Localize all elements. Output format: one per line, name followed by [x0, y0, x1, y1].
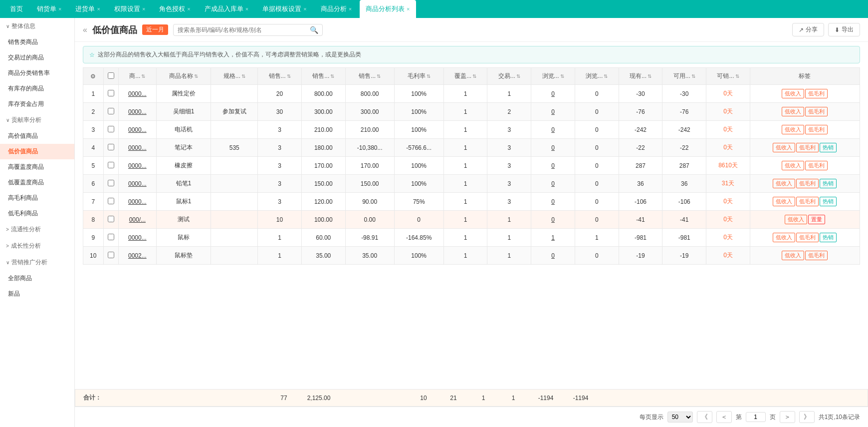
row-checkbox[interactable] [108, 252, 114, 258]
sidebar-item-high-profit[interactable]: 高毛利商品 [0, 190, 74, 206]
nav-sales[interactable]: 销货单 × [31, 0, 67, 18]
nav-template[interactable]: 单据模板设置 × [256, 0, 312, 18]
next-page-btn[interactable]: ＞ [780, 411, 795, 423]
browse1-link[interactable]: 0 [551, 144, 555, 151]
share-button[interactable]: ↗ 分享 [792, 23, 824, 36]
product-id-link[interactable]: 0002... [128, 252, 147, 259]
page-number-input[interactable] [746, 412, 766, 422]
col-gear[interactable]: ⚙ [83, 68, 104, 85]
browse1-link[interactable]: 0 [551, 252, 555, 259]
row-checkbox[interactable] [108, 162, 114, 168]
col-saleable[interactable]: 可销...⇅ [706, 68, 750, 85]
nav-close-template[interactable]: × [303, 6, 306, 12]
nav-close-analysis[interactable]: × [349, 6, 352, 12]
col-sales2[interactable]: 销售...⇅ [301, 68, 345, 85]
sidebar-item-category-rate[interactable]: 商品分类销售率 [0, 65, 74, 81]
product-id-link[interactable]: 0000... [128, 144, 147, 151]
nav-close-role[interactable]: × [187, 6, 190, 12]
product-id-link[interactable]: 0000... [128, 162, 147, 169]
browse1-link[interactable]: 0 [551, 180, 555, 187]
row-checkbox[interactable] [108, 216, 114, 222]
sidebar-item-sales-products[interactable]: 销售类商品 [0, 34, 74, 50]
product-id-link[interactable]: 0000... [128, 126, 147, 133]
first-page-btn[interactable]: 《 [697, 411, 712, 423]
nav-home[interactable]: 首页 [4, 0, 29, 18]
table-cell [211, 229, 258, 247]
row-checkbox[interactable] [108, 180, 114, 186]
search-input[interactable] [178, 26, 308, 33]
sidebar-item-all-products[interactable]: 全部商品 [0, 271, 74, 286]
nav-close-permission[interactable]: × [142, 6, 145, 12]
nav-close-purchase[interactable]: × [97, 6, 100, 12]
sidebar-group-growth[interactable]: > 成长性分析 [0, 238, 74, 254]
col-available[interactable]: 可用...⇅ [662, 68, 706, 85]
browse1-link[interactable]: 0 [551, 108, 555, 115]
row-checkbox[interactable] [108, 234, 114, 240]
col-checkbox[interactable] [103, 68, 118, 85]
nav-role[interactable]: 角色授权 × [153, 0, 196, 18]
product-id-link[interactable]: 0000... [128, 198, 147, 205]
nav-product-list[interactable]: 商品分析列表 × [360, 0, 416, 18]
product-id-link[interactable]: 000/... [129, 216, 146, 223]
sidebar-item-high-value[interactable]: 高价值商品 [0, 128, 74, 144]
prev-page-btn[interactable]: ＜ [716, 411, 732, 423]
product-id-link[interactable]: 0000... [128, 90, 147, 97]
col-id[interactable]: 商...⇅ [118, 68, 156, 85]
sidebar-item-stock-capital[interactable]: 库存资金占用 [0, 96, 74, 112]
settings-icon[interactable]: ⚙ [90, 73, 96, 80]
product-id-link[interactable]: 0000... [128, 234, 147, 241]
date-filter-tag[interactable]: 近一月 [142, 24, 168, 35]
browse1-link[interactable]: 0 [551, 90, 555, 97]
nav-product-inbound[interactable]: 产成品入库单 × [199, 0, 254, 18]
export-button[interactable]: ⬇ 导出 [828, 23, 860, 36]
table-cell [211, 175, 258, 193]
sidebar-item-low-coverage[interactable]: 低覆盖度商品 [0, 175, 74, 190]
last-page-btn[interactable]: 》 [799, 411, 815, 423]
sidebar-item-new-products[interactable]: 新品 [0, 286, 74, 302]
browse1-link[interactable]: 0 [551, 198, 555, 205]
sidebar-item-high-coverage[interactable]: 高覆盖度商品 [0, 159, 74, 175]
nav-product-analysis[interactable]: 商品分析 × [315, 0, 358, 18]
sidebar-group-circulation[interactable]: > 流通性分析 [0, 221, 74, 238]
sidebar-item-stock-products[interactable]: 有库存的商品 [0, 81, 74, 96]
browse1-link[interactable]: 0 [551, 216, 555, 223]
sidebar-item-low-profit[interactable]: 低毛利商品 [0, 206, 74, 221]
per-page-select[interactable]: 50 100 [667, 412, 693, 423]
nav-close-product[interactable]: × [245, 6, 248, 12]
product-id-link[interactable]: 0000... [128, 180, 147, 187]
browse1-link[interactable]: 0 [551, 162, 555, 169]
col-tags[interactable]: 标签 [750, 68, 860, 85]
nav-close-list[interactable]: × [407, 6, 410, 12]
search-icon[interactable]: 🔍 [310, 26, 318, 34]
col-spec[interactable]: 规格...⇅ [211, 68, 258, 85]
col-sales1[interactable]: 销售...⇅ [258, 68, 302, 85]
sidebar-item-traded-products[interactable]: 交易过的商品 [0, 50, 74, 65]
sidebar-group-overview[interactable]: ∨ 整体信息 [0, 18, 74, 34]
table-cell: -22 [619, 139, 662, 157]
nav-permission[interactable]: 权限设置 × [108, 0, 151, 18]
browse1-link[interactable]: 1 [551, 234, 555, 241]
product-id-link[interactable]: 0000... [128, 108, 147, 115]
col-name[interactable]: 商品名称⇅ [157, 68, 211, 85]
nav-purchase[interactable]: 进货单 × [69, 0, 106, 18]
col-current[interactable]: 现有...⇅ [619, 68, 662, 85]
sidebar-group-contribution[interactable]: ∨ 贡献率分析 [0, 112, 74, 128]
col-profit[interactable]: 毛利率⇅ [394, 68, 443, 85]
collapse-sidebar-btn[interactable]: « [83, 25, 87, 34]
sidebar-item-low-value[interactable]: 低价值商品 [0, 144, 74, 159]
row-checkbox[interactable] [108, 108, 114, 114]
nav-close-sales[interactable]: × [58, 6, 61, 12]
browse1-link[interactable]: 0 [551, 126, 555, 133]
col-browse1[interactable]: 浏览...⇅ [531, 68, 575, 85]
row-checkbox[interactable] [108, 144, 114, 150]
col-browse2[interactable]: 浏览...⇅ [575, 68, 619, 85]
col-sales3[interactable]: 销售...⇅ [345, 68, 394, 85]
sidebar-group-marketing[interactable]: ∨ 营销推广分析 [0, 254, 74, 271]
row-checkbox[interactable] [108, 90, 114, 96]
row-checkbox[interactable] [108, 198, 114, 204]
col-trade[interactable]: 交易...⇅ [487, 68, 531, 85]
select-all-checkbox[interactable] [108, 72, 114, 79]
row-checkbox[interactable] [108, 126, 114, 132]
data-table-container[interactable]: ⚙ 商...⇅ 商品名称⇅ 规格...⇅ 销售...⇅ 销售...⇅ 销售...… [83, 67, 860, 389]
col-coverage[interactable]: 覆盖...⇅ [443, 68, 487, 85]
